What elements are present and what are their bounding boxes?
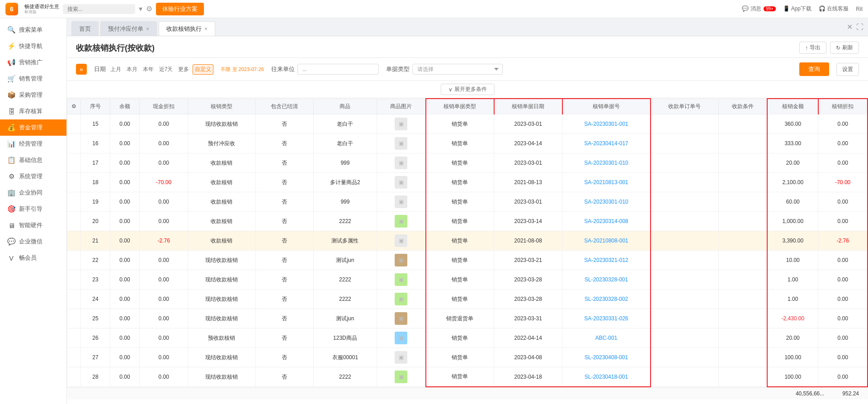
maximize-icon[interactable]: ⛶: [856, 23, 863, 31]
sidebar-item-system[interactable]: ⚙系统管理: [0, 168, 66, 185]
online-service-btn[interactable]: 🎧 在线客服: [819, 5, 849, 13]
sidebar-item-quicknav[interactable]: ⚡快捷导航: [0, 38, 66, 54]
cell-balance: 0.00: [110, 328, 140, 348]
tab-collection-label: 收款核销执行: [166, 25, 202, 33]
filter-last-month[interactable]: 上月: [108, 65, 123, 74]
filter-custom[interactable]: 自定义: [193, 64, 213, 75]
cell-cancel-discount: 0.00: [818, 212, 868, 231]
industry-btn[interactable]: 休验行业方案: [156, 3, 204, 15]
sidebar-item-finance[interactable]: 💰资金管理: [0, 119, 66, 136]
cell-gear[interactable]: [67, 212, 81, 231]
data-table-area: ⚙ 序号 余额 现金折扣 核销类型 包含已结清 商品 商品图片 核销单据类型 核…: [67, 98, 868, 404]
sidebar-item-search[interactable]: 🔍搜索菜单: [0, 22, 66, 38]
basicinfo-icon: 📋: [7, 156, 15, 164]
filter-voucher-select[interactable]: 请选择: [412, 64, 503, 75]
cell-cancel-discount: 0.00: [818, 309, 868, 328]
filter-partner-input[interactable]: [297, 64, 379, 75]
message-btn[interactable]: 💬 消息 99+: [742, 5, 776, 13]
cell-goods: 999: [313, 192, 377, 212]
cell-collection-order: [651, 231, 718, 251]
sidebar-item-enterprise[interactable]: 🏢企业协同: [0, 185, 66, 201]
table-row: 23 0.00 0.00 现结收款核销 否 2222 ▣ 销货单 2023-03…: [67, 270, 868, 290]
tab-collection-close[interactable]: ×: [204, 26, 208, 32]
settings-icon[interactable]: ⚙: [146, 5, 152, 13]
cell-cancel-number: SL-20230408-001: [562, 348, 651, 367]
filter-more[interactable]: 更多: [176, 65, 191, 74]
sidebar-item-basicinfo[interactable]: 📋基础信息: [0, 152, 66, 168]
cell-gear[interactable]: [67, 134, 81, 153]
app-download-btn[interactable]: 📱 App下载: [783, 5, 811, 13]
filter-settings-btn[interactable]: 设置: [836, 63, 859, 76]
cell-gear[interactable]: [67, 290, 81, 309]
cell-collection-order: [651, 251, 718, 270]
tab-home[interactable]: 首页: [71, 21, 99, 36]
cell-gear[interactable]: [67, 367, 81, 387]
cell-gear[interactable]: [67, 328, 81, 348]
cell-goods-img: ▣: [377, 270, 425, 290]
cell-cancel-voucher-type: 销货单: [426, 251, 494, 270]
export-btn[interactable]: ↑ 导出: [799, 42, 826, 54]
sidebar-item-hardware[interactable]: 🖥智能硬件: [0, 217, 66, 233]
sidebar-item-sales[interactable]: 🛒销售管理: [0, 71, 66, 87]
cell-cancel-amount: 100.00: [767, 348, 818, 367]
sidebar-item-inventory[interactable]: 🗄库存核算: [0, 103, 66, 119]
filter-date-group: 日期 上月 本月 本年 近7天 更多 自定义: [94, 64, 214, 75]
cell-gear[interactable]: [67, 173, 81, 192]
cell-cancel-type: 收款核销: [188, 212, 255, 231]
cell-cancel-discount: 0.00: [818, 348, 868, 367]
dropdown-icon[interactable]: ▾: [139, 5, 142, 13]
tab-collection[interactable]: 收款核销执行×: [159, 21, 215, 36]
filter-this-year[interactable]: 本年: [141, 65, 156, 74]
refresh-btn[interactable]: ↻ 刷新: [830, 42, 859, 54]
cell-included-settled: 否: [255, 328, 313, 348]
expand-more-btn[interactable]: ∨ 展开更多条件: [441, 84, 495, 95]
cell-gear[interactable]: [67, 348, 81, 367]
page-actions: ↑ 导出 ↻ 刷新: [799, 42, 859, 54]
top-search-input[interactable]: [63, 4, 135, 14]
user-name: Rit: [856, 6, 863, 12]
system-icon: ⚙: [7, 172, 15, 181]
close-window-icon[interactable]: ✕: [847, 23, 853, 31]
cell-included-settled: 否: [255, 153, 313, 173]
cell-cancel-date: 2021-08-13: [494, 173, 562, 192]
cell-seq: 21: [81, 231, 110, 251]
main-layout: 🔍搜索菜单⚡快捷导航📢营销推广🛒销售管理📦采购管理🗄库存核算💰资金管理📊经营管理…: [0, 18, 868, 404]
cell-gear[interactable]: [67, 153, 81, 173]
cell-gear[interactable]: [67, 231, 81, 251]
filter-7days[interactable]: 近7天: [157, 65, 175, 74]
cell-collection-order: [651, 348, 718, 367]
tab-prepay-close[interactable]: ×: [146, 26, 149, 32]
sidebar-item-operations[interactable]: 📊经营管理: [0, 136, 66, 152]
tab-prepay[interactable]: 预付冲应付单×: [100, 21, 157, 36]
cell-gear[interactable]: [67, 114, 81, 134]
cell-goods-img: ▣: [377, 192, 425, 212]
tab-bar: 首页预付冲应付单×收款核销执行× ✕ ⛶: [67, 18, 868, 36]
table-row: 17 0.00 0.00 收款核销 否 999 ▣ 销货单 2023-03-01…: [67, 153, 868, 173]
filter-expand-btn[interactable]: »: [76, 64, 87, 75]
footer-total-amount: 40,556,66...: [796, 390, 824, 397]
cell-gear[interactable]: [67, 192, 81, 212]
cell-cancel-date: 2023-03-01: [494, 153, 562, 173]
cell-collection-order: [651, 114, 718, 134]
filter-this-month[interactable]: 本月: [125, 65, 139, 74]
page-content: 收款核销执行(按收款) ↑ 导出 ↻ 刷新 » 日期: [67, 36, 868, 404]
cell-gear[interactable]: [67, 309, 81, 328]
query-btn[interactable]: 查询: [799, 62, 829, 76]
newbie-icon: 🎯: [7, 205, 15, 213]
sidebar-item-wechat[interactable]: 💬企业微信: [0, 233, 66, 250]
sidebar-item-newbie[interactable]: 🎯新手引导: [0, 201, 66, 217]
col-gear[interactable]: ⚙: [67, 99, 81, 114]
cell-collection-condition: [718, 367, 767, 387]
cell-gear[interactable]: [67, 270, 81, 290]
cell-included-settled: 否: [255, 251, 313, 270]
sidebar-item-marketing[interactable]: 📢营销推广: [0, 54, 66, 71]
cell-cancel-type: 现结收款核销: [188, 348, 255, 367]
cell-cancel-voucher-type: 销货单: [426, 173, 494, 192]
cell-gear[interactable]: [67, 251, 81, 270]
cell-goods-img: ▣: [377, 231, 425, 251]
cell-collection-order: [651, 153, 718, 173]
sidebar-item-purchase[interactable]: 📦采购管理: [0, 87, 66, 103]
cell-cash-discount: 0.00: [140, 309, 188, 328]
sidebar-item-member[interactable]: V畅会员: [0, 250, 66, 266]
cell-cancel-discount: 0.00: [818, 367, 868, 387]
